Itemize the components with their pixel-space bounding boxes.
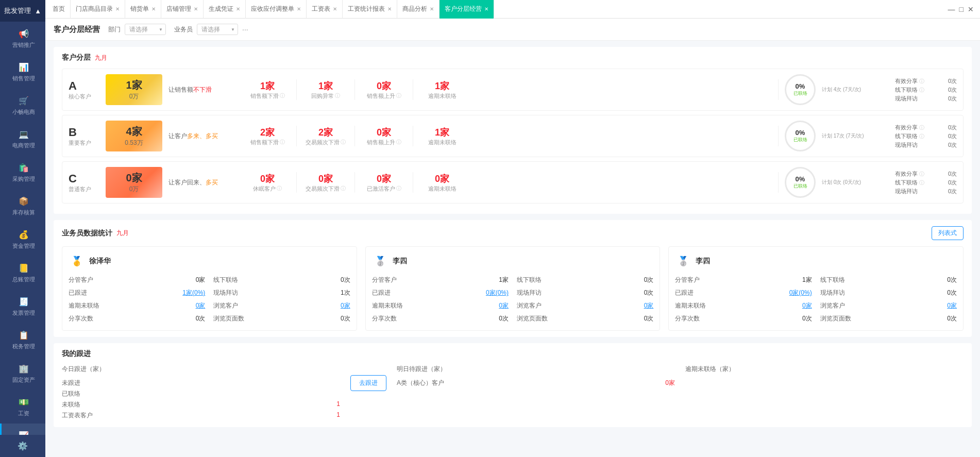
biz-stat-row-left-3: 分享次数 0次 — [675, 313, 812, 324]
info-icon[interactable]: ⓘ — [919, 133, 924, 139]
sidebar-item-采购管理[interactable]: 🛍️采购管理 — [0, 156, 45, 189]
info-icon[interactable]: ⓘ — [919, 78, 924, 84]
info-icon[interactable]: ⓘ — [277, 185, 282, 192]
sidebar-item-营销推广[interactable]: 📢营销推广 — [0, 22, 45, 55]
biz-stat-row-right-2: 浏览客户 0家 — [213, 300, 350, 311]
biz-stat-val-left-1[interactable]: 1家(0%) — [182, 289, 205, 297]
stat-count-3: 1家 — [435, 126, 449, 139]
tier-main-count-B: 4家 — [126, 125, 142, 139]
dept-select[interactable]: 请选择 — [125, 24, 166, 35]
biz-stat-val-left-3: 0次 — [802, 314, 812, 323]
tab-label-5: 应收应付调整单 — [251, 5, 294, 13]
sidebar: 批发管理 ▲ 📢营销推广📊销售管理🛒小畅电商💻电商管理🛍️采购管理📦库存核算💰资… — [0, 0, 45, 457]
tab-7[interactable]: 工资统计报表✕ — [343, 0, 397, 19]
sidebar-item-库存核算[interactable]: 📦库存核算 — [0, 189, 45, 223]
sidebar-item-小畅电商[interactable]: 🛒小畅电商 — [0, 89, 45, 122]
info-icon[interactable]: ⓘ — [341, 185, 346, 192]
sidebar-item-发票管理[interactable]: 🧾发票管理 — [0, 290, 45, 323]
biz-stat-row-left-1: 已跟进 0家(0%) — [675, 287, 812, 298]
sidebar-item-电商管理[interactable]: 💻电商管理 — [0, 122, 45, 156]
tab-8[interactable]: 商品分析✕ — [397, 0, 440, 19]
contact-plan-A: 计划 4次 (7天/次) — [822, 86, 889, 93]
tab-close-4[interactable]: ✕ — [236, 6, 240, 12]
follow-go-button[interactable]: 去跟进 — [350, 375, 386, 391]
tab-close-3[interactable]: ✕ — [194, 6, 198, 12]
biz-stat-val-left-3: 0次 — [499, 314, 509, 323]
sidebar-icon-9: 📋 — [18, 329, 29, 341]
info-icon[interactable]: ⓘ — [396, 92, 401, 99]
tier-name-B: 重要客户 — [69, 139, 99, 147]
biz-stat-val-right-2[interactable]: 0家 — [341, 301, 350, 310]
stat-item-0: 0家 休眠客户ⓘ — [247, 173, 288, 193]
tab-close-7[interactable]: ✕ — [387, 6, 392, 12]
tab-4[interactable]: 生成凭证✕ — [204, 0, 246, 19]
contact-plan-col-C: 计划 0次 (0天/次) — [822, 179, 889, 186]
tab-close-8[interactable]: ✕ — [430, 6, 434, 12]
tab-0[interactable]: 首页 — [47, 0, 71, 19]
list-view-button[interactable]: 列表式 — [932, 226, 964, 240]
tab-close-5[interactable]: ✕ — [297, 6, 301, 12]
tab-5[interactable]: 应收应付调整单✕ — [246, 0, 307, 19]
tab-2[interactable]: 销货单✕ — [125, 0, 161, 19]
info-icon[interactable]: ⓘ — [396, 185, 401, 192]
right-stat-line: 有效分享 ⓘ 0次 — [895, 77, 957, 85]
info-icon[interactable]: ⓘ — [919, 180, 924, 185]
stat-label-3: 逾期未联络 — [428, 92, 457, 100]
window-close-icon[interactable]: ✕ — [968, 5, 974, 13]
biz-stat-val-right-3: 0次 — [644, 314, 654, 323]
biz-stat-val-left-2[interactable]: 0家 — [802, 301, 812, 310]
tier-name-A: 核心客户 — [69, 93, 99, 100]
window-maximize-icon[interactable]: □ — [959, 5, 964, 13]
tab-close-2[interactable]: ✕ — [151, 6, 156, 12]
sidebar-item-经营管理[interactable]: 📈经营管理 — [0, 424, 45, 435]
biz-stat-val-left-1[interactable]: 0家(0%) — [789, 289, 812, 297]
tier-sub-count-C: 0万 — [129, 185, 139, 194]
biz-stat-val-left-2[interactable]: 0家 — [499, 301, 509, 310]
more-options-icon[interactable]: ··· — [242, 25, 248, 33]
stat-label-0: 销售额下滑ⓘ — [250, 139, 285, 146]
sidebar-item-工资[interactable]: 💵工资 — [0, 390, 45, 424]
sidebar-item-税务管理[interactable]: 📋税务管理 — [0, 323, 45, 357]
biz-stats-grid: 分管客户 1家 线下联络 0次 已跟进 0家(0%) 现场拜访 0次 逾期未联络… — [372, 275, 654, 324]
biz-stat-val-right-2[interactable]: 0家 — [644, 301, 654, 310]
sidebar-item-资金管理[interactable]: 💰资金管理 — [0, 223, 45, 256]
gear-button[interactable]: ⚙️ — [0, 435, 45, 457]
tier-sub-count-B: 0.53万 — [125, 139, 143, 147]
biz-stat-val-left-2[interactable]: 0家 — [196, 301, 206, 310]
staff-select[interactable]: 请选择 — [197, 24, 238, 35]
info-icon[interactable]: ⓘ — [919, 171, 924, 177]
info-icon[interactable]: ⓘ — [919, 125, 924, 130]
biz-name-2: 李四 — [696, 257, 710, 266]
biz-stat-row-right-3: 浏览页面数 0次 — [213, 313, 350, 324]
info-icon[interactable]: ⓘ — [919, 87, 924, 93]
sidebar-label-2: 小畅电商 — [12, 108, 35, 116]
tier-stats-B: 2家 销售额下滑ⓘ 2家 交易频次下滑ⓘ 0家 销售额上升ⓘ 1家 逾期未联络 — [247, 126, 772, 146]
biz-stat-val-left-1[interactable]: 0家(0%) — [486, 289, 509, 297]
biz-stat-val-right-2[interactable]: 0家 — [947, 301, 957, 310]
tier-label-B: B 重要客户 — [69, 126, 99, 147]
info-icon[interactable]: ⓘ — [280, 92, 285, 99]
tier-name-C: 普通客户 — [69, 185, 99, 193]
tab-1[interactable]: 门店商品目录✕ — [71, 0, 125, 19]
info-icon[interactable]: ⓘ — [396, 139, 401, 146]
tab-3[interactable]: 店铺管理✕ — [161, 0, 204, 19]
sidebar-item-销售管理[interactable]: 📊销售管理 — [0, 55, 45, 89]
sidebar-header[interactable]: 批发管理 ▲ — [0, 0, 45, 22]
info-icon[interactable]: ⓘ — [335, 92, 340, 99]
tab-6[interactable]: 工资表✕ — [307, 0, 343, 19]
tab-close-1[interactable]: ✕ — [115, 6, 120, 12]
sidebar-label-11: 工资 — [18, 410, 29, 417]
sidebar-item-固定资产[interactable]: 🏢固定资产 — [0, 357, 45, 390]
customer-month-badge: 九月 — [95, 54, 107, 62]
biz-stats-grid: 分管客户 0家 线下联络 0次 已跟进 1家(0%) 现场拜访 1次 逾期未联络… — [69, 275, 350, 324]
window-minimize-icon[interactable]: — — [948, 5, 955, 13]
tab-9[interactable]: 客户分层经营✕ — [440, 0, 494, 19]
stat-item-2: 0家 销售额上升ⓘ — [363, 126, 404, 146]
sidebar-item-总账管理[interactable]: 📒总账管理 — [0, 256, 45, 290]
info-icon[interactable]: ⓘ — [280, 139, 285, 146]
stat-label-3: 逾期未联络 — [428, 139, 457, 146]
tab-close-6[interactable]: ✕ — [333, 6, 337, 12]
stat-item-3: 1家 逾期未联络 — [421, 80, 463, 100]
tab-close-9[interactable]: ✕ — [484, 6, 488, 12]
info-icon[interactable]: ⓘ — [341, 139, 346, 146]
